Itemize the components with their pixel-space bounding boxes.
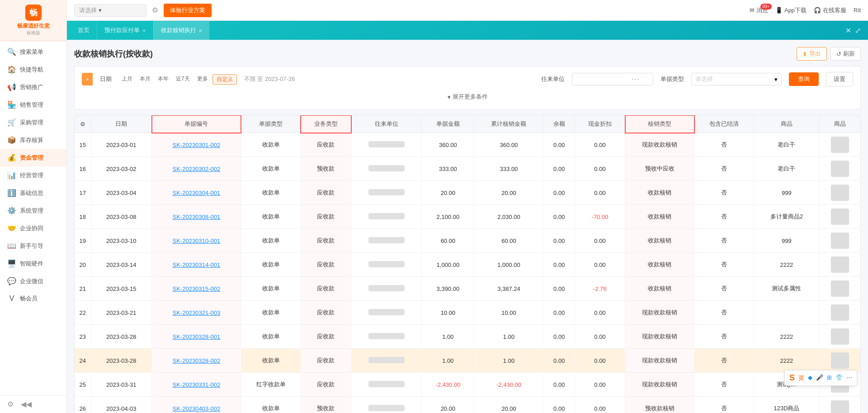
- bill-no-link[interactable]: SK-20230310-001: [173, 237, 221, 244]
- td-cancel-type: 收款核销: [625, 181, 694, 205]
- settings-button[interactable]: 设置: [826, 72, 853, 86]
- floating-mic-icon[interactable]: 🎤: [816, 374, 823, 382]
- sidebar-item-sales[interactable]: 🏪销售管理: [0, 96, 66, 114]
- bill-no-link[interactable]: SK-20230314-001: [173, 261, 221, 268]
- th-cash-discount: 现金折扣: [575, 115, 625, 133]
- topbar-select[interactable]: 请选择 ▾: [74, 4, 146, 17]
- topbar-service[interactable]: 🎧 在线客服: [814, 6, 846, 14]
- sidebar-item-hardware[interactable]: 🖥️智能硬件: [0, 255, 66, 272]
- refresh-button[interactable]: ↺ 刷新: [830, 47, 861, 61]
- td-cancel-type: 收款核销: [625, 229, 694, 253]
- bill-no-link[interactable]: SK-20230321-003: [173, 309, 221, 316]
- td-goods2: [819, 229, 860, 253]
- topbar-message[interactable]: ✉ 消息 99+: [750, 6, 768, 14]
- date-btn-last-month[interactable]: 上月: [119, 74, 135, 85]
- sidebar-item-marketing[interactable]: 📢营销推广: [0, 78, 66, 96]
- td-cancel-type: 现款收款核销: [625, 301, 694, 325]
- date-btn-7days[interactable]: 近7天: [173, 74, 193, 85]
- td-cash-discount: 0.00: [575, 301, 625, 325]
- sidebar-item-guide[interactable]: 📖新手引导: [0, 237, 66, 255]
- sidebar-item-capital[interactable]: 💰资金管理: [0, 149, 66, 166]
- topbar-select-value: 请选择: [79, 6, 97, 14]
- sidebar-icon-hardware: 🖥️: [7, 259, 16, 268]
- date-btn-this-month[interactable]: 本月: [137, 74, 153, 85]
- sidebar-icon-marketing: 📢: [7, 83, 16, 91]
- sidebar-collapse-btn[interactable]: ◀◀: [21, 400, 32, 408]
- td-date: 2023-04-03: [91, 397, 152, 413]
- td-no: 24: [75, 349, 91, 373]
- bill-no-link[interactable]: SK-20230302-002: [173, 166, 221, 172]
- th-cancel-type: 核销类型: [625, 115, 694, 133]
- floating-grid-icon[interactable]: ⊞: [827, 374, 832, 382]
- tab-home[interactable]: 首页: [71, 21, 97, 40]
- td-bill-type: 红字收款单: [241, 373, 301, 397]
- td-balance: 0.00: [543, 277, 575, 301]
- partner-dots[interactable]: ···: [632, 75, 640, 83]
- tab-prepay[interactable]: 预付款应付单 ×: [97, 21, 153, 40]
- td-partner: [351, 229, 422, 253]
- tab-expand-btn[interactable]: ⤢: [855, 26, 861, 35]
- receivable-tab-close[interactable]: ×: [199, 27, 203, 34]
- expand-label: 展开更多条件: [453, 93, 488, 101]
- query-button[interactable]: 查询: [789, 72, 819, 86]
- date-btn-more[interactable]: 更多: [194, 74, 211, 85]
- sidebar-item-basic-info[interactable]: ℹ️基础信息: [0, 184, 66, 202]
- refresh-icon: ↺: [836, 51, 841, 57]
- td-balance: 0.00: [543, 325, 575, 349]
- td-accum-cancel: 20.00: [474, 397, 543, 413]
- td-cash-discount: 0.00: [575, 229, 625, 253]
- th-settings[interactable]: ⚙: [75, 115, 91, 133]
- sidebar-item-sys-manage[interactable]: ⚙️系统管理: [0, 202, 66, 219]
- tab-receivable[interactable]: 收款核销执行 ×: [153, 21, 210, 40]
- topbar-user[interactable]: Rit: [854, 7, 861, 14]
- td-accum-cancel: 3,387.24: [474, 277, 543, 301]
- table-row: 18 2023-03-08 SK-20230308-001 收款单 应收款 2,…: [75, 205, 860, 229]
- filter-toggle-button[interactable]: »: [82, 73, 93, 85]
- bill-no-link[interactable]: SK-20230328-002: [173, 357, 221, 364]
- floating-shirt-icon[interactable]: 👕: [835, 374, 843, 382]
- td-partner: [351, 325, 422, 349]
- export-button[interactable]: ⬆ 导出: [797, 47, 827, 61]
- bill-no-link[interactable]: SK-20230403-002: [173, 405, 221, 412]
- bill-no-link[interactable]: SK-20230301-002: [173, 142, 221, 148]
- floating-more-icon[interactable]: ⋯: [846, 374, 852, 382]
- td-bill-type: 收款单: [241, 349, 301, 373]
- th-partner: 往来单位: [351, 115, 422, 133]
- sidebar-item-purchase[interactable]: 🛒采购管理: [0, 114, 66, 131]
- th-goods2: 商品: [819, 115, 860, 133]
- sidebar-item-member[interactable]: V畅会员: [0, 290, 66, 307]
- sidebar-item-search-menu[interactable]: 🔍搜索菜单: [0, 43, 66, 61]
- bill-no-link[interactable]: SK-20230328-001: [173, 333, 221, 340]
- date-btn-custom[interactable]: 自定义: [212, 74, 237, 85]
- sidebar-item-wechat[interactable]: 💬企业微信: [0, 272, 66, 290]
- td-cancel-type: 现款收款核销: [625, 349, 694, 373]
- sidebar-item-enterprise[interactable]: 🤝企业协同: [0, 219, 66, 237]
- sidebar-item-operation[interactable]: 📊经营管理: [0, 166, 66, 184]
- bill-no-link[interactable]: SK-20230304-001: [173, 190, 221, 196]
- td-biz-type: 预收款: [301, 397, 351, 413]
- sidebar-settings-btn[interactable]: ⚙: [7, 400, 14, 408]
- partner-select[interactable]: ···: [572, 73, 653, 85]
- filter-expand-btn[interactable]: ▾ 展开更多条件: [448, 90, 488, 104]
- floating-english-icon[interactable]: 英: [798, 374, 804, 382]
- table-body: 15 2023-03-01 SK-20230301-002 收款单 应收款 36…: [75, 133, 860, 413]
- prepay-tab-close[interactable]: ×: [142, 27, 146, 34]
- td-cash-discount: 0.00: [575, 325, 625, 349]
- td-no: 23: [75, 325, 91, 349]
- solution-button[interactable]: 体验行业方案: [164, 4, 212, 17]
- bill-no-link[interactable]: SK-20230315-002: [173, 285, 221, 292]
- td-date: 2023-03-08: [91, 205, 152, 229]
- sidebar-item-quick-nav[interactable]: 🏠快捷导航: [0, 61, 66, 78]
- td-cancel-type: 现款收款核销: [625, 325, 694, 349]
- tab-close-btn[interactable]: ✕: [845, 26, 851, 35]
- date-btn-this-year[interactable]: 本年: [155, 74, 171, 85]
- bill-type-select[interactable]: 请选择 ▾: [691, 73, 782, 85]
- table-row: 20 2023-03-14 SK-20230314-001 收款单 应收款 1,…: [75, 253, 860, 277]
- topbar-gear-icon[interactable]: ⚙: [152, 6, 158, 14]
- bill-no-link[interactable]: SK-20230308-001: [173, 214, 221, 220]
- sidebar-item-inventory[interactable]: 📦库存核算: [0, 131, 66, 149]
- topbar-app[interactable]: 📱 App下载: [775, 6, 807, 14]
- bill-no-link[interactable]: SK-20230331-002: [173, 381, 221, 388]
- floating-diamond-icon[interactable]: ◆: [808, 374, 812, 382]
- td-include-settled: 否: [694, 397, 754, 413]
